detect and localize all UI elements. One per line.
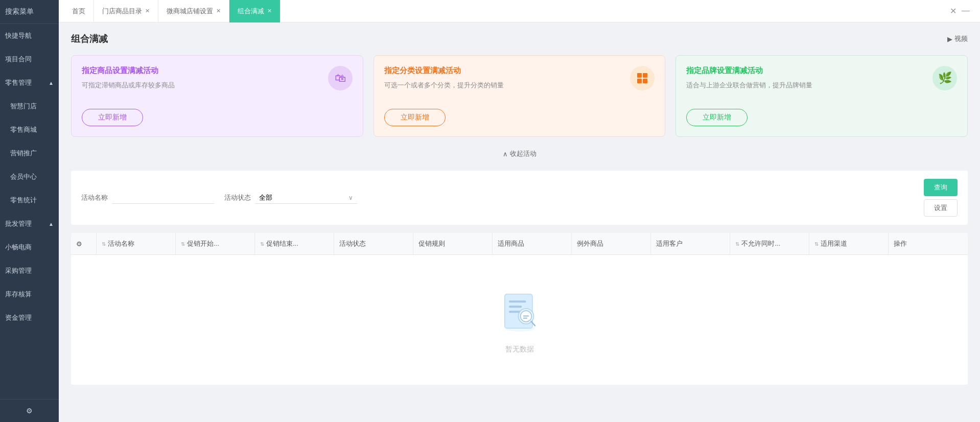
sidebar-item-retail-stats[interactable]: 零售统计 bbox=[0, 189, 59, 212]
filter-status-select[interactable]: 全部 进行中 已结束 未开始 bbox=[255, 192, 357, 204]
sidebar-item-retail-mall[interactable]: 零售商城 bbox=[0, 118, 59, 142]
th-start: ⇅ 促销开始... bbox=[176, 233, 255, 254]
content-area: 组合满减 ▶ 视频 指定商品设置满减活动 可指定滞销商品或库存较多商品 🛍 立即… bbox=[59, 22, 980, 422]
sidebar-item-purchase-mgmt[interactable]: 采购管理 bbox=[0, 259, 59, 283]
tab-wechat-shop-close[interactable]: ✕ bbox=[216, 8, 221, 14]
tab-store-catalog-close[interactable]: ✕ bbox=[145, 8, 150, 14]
window-controls: ✕ — bbox=[950, 6, 975, 16]
svg-rect-11 bbox=[523, 315, 529, 317]
filter-name-label: 活动名称 bbox=[81, 193, 108, 202]
window-minimize-btn[interactable]: — bbox=[962, 6, 970, 16]
th-start-sort-icon[interactable]: ⇅ bbox=[181, 241, 185, 247]
empty-state: 暂无数据 bbox=[71, 255, 968, 385]
gear-icon: ⚙ bbox=[26, 407, 33, 415]
th-end: ⇅ 促销结束... bbox=[255, 233, 334, 254]
settings-button[interactable]: 设置 bbox=[924, 199, 958, 217]
th-channel-sort-icon[interactable]: ⇅ bbox=[814, 241, 819, 247]
category-card: 指定分类设置满减活动 可选一个或者多个分类，提升分类的销量 立即新增 bbox=[374, 55, 666, 137]
sidebar-item-smart-store[interactable]: 智慧门店 bbox=[0, 95, 59, 118]
video-link[interactable]: ▶ 视频 bbox=[947, 34, 968, 43]
collapse-bar[interactable]: ∧ 收起活动 bbox=[71, 145, 968, 162]
product-card-title: 指定商品设置满减活动 bbox=[82, 66, 353, 76]
th-settings[interactable]: ⚙ bbox=[71, 233, 97, 254]
svg-rect-2 bbox=[637, 79, 642, 83]
cards-row: 指定商品设置满减活动 可指定滞销商品或库存较多商品 🛍 立即新增 指定分类设置满… bbox=[71, 55, 968, 137]
product-card-desc: 可指定滞销商品或库存较多商品 bbox=[82, 81, 353, 101]
empty-text: 暂无数据 bbox=[505, 345, 534, 354]
page-title: 组合满减 bbox=[71, 33, 108, 45]
sidebar-settings-btn[interactable]: ⚙ bbox=[0, 399, 59, 422]
filter-name-item: 活动名称 bbox=[81, 192, 214, 204]
th-rule: 促销规则 bbox=[413, 233, 493, 254]
th-customer: 适用客户 bbox=[651, 233, 730, 254]
category-card-title: 指定分类设置满减活动 bbox=[384, 66, 655, 76]
brand-card-icon: 🌿 bbox=[932, 66, 957, 90]
th-action: 操作 bbox=[889, 233, 968, 254]
th-name: ⇅ 活动名称 bbox=[97, 233, 176, 254]
th-end-sort-icon[interactable]: ⇅ bbox=[260, 241, 264, 247]
svg-rect-0 bbox=[637, 73, 642, 78]
sidebar-item-retail-mgmt[interactable]: 零售管理 ▲ bbox=[0, 71, 59, 95]
brand-card-desc: 适合与上游企业联合做营销，提升品牌销量 bbox=[686, 81, 957, 101]
table-header: ⚙ ⇅ 活动名称 ⇅ 促销开始... ⇅ 促销结束... 活动状态 bbox=[71, 233, 968, 255]
th-name-sort-icon[interactable]: ⇅ bbox=[102, 241, 106, 247]
retail-mgmt-arrow: ▲ bbox=[49, 80, 54, 86]
tab-wechat-shop[interactable]: 微商城店铺设置 ✕ bbox=[158, 0, 229, 22]
empty-illustration bbox=[494, 286, 545, 337]
filter-row: 活动名称 活动状态 全部 进行中 已结束 未开始 ∨ 查询 设置 bbox=[71, 171, 968, 225]
table-settings-icon: ⚙ bbox=[76, 240, 82, 248]
filter-actions: 查询 设置 bbox=[924, 179, 958, 217]
svg-rect-3 bbox=[643, 79, 647, 83]
product-card-icon: 🛍 bbox=[328, 66, 353, 90]
filter-status-item: 活动状态 全部 进行中 已结束 未开始 ∨ bbox=[224, 192, 357, 204]
sidebar-search[interactable]: 搜索菜单 bbox=[0, 0, 59, 24]
page-header: 组合满减 ▶ 视频 bbox=[71, 33, 968, 45]
category-card-icon bbox=[630, 66, 655, 90]
sidebar-item-capital-mgmt[interactable]: 资金管理 bbox=[0, 306, 59, 330]
brand-card: 指定品牌设置满减活动 适合与上游企业联合做营销，提升品牌销量 🌿 立即新增 bbox=[675, 55, 968, 137]
window-close-btn[interactable]: ✕ bbox=[950, 6, 956, 16]
sidebar-item-inventory-calc[interactable]: 库存核算 bbox=[0, 283, 59, 306]
th-no-concurrent: ⇅ 不允许同时... bbox=[730, 233, 809, 254]
filter-name-input[interactable] bbox=[112, 192, 214, 204]
query-button[interactable]: 查询 bbox=[924, 179, 958, 196]
svg-rect-7 bbox=[509, 306, 522, 308]
svg-rect-12 bbox=[523, 318, 527, 319]
svg-rect-6 bbox=[509, 300, 526, 302]
wholesale-mgmt-arrow: ▲ bbox=[49, 221, 54, 227]
brand-card-title: 指定品牌设置满减活动 bbox=[686, 66, 957, 76]
th-no-concurrent-sort-icon[interactable]: ⇅ bbox=[735, 241, 739, 247]
sidebar-item-quick-nav[interactable]: 快捷导航 bbox=[0, 24, 59, 48]
sidebar: 搜索菜单 快捷导航 项目合同 零售管理 ▲ 智慧门店 零售商城 营销推广 会员中… bbox=[0, 0, 59, 422]
th-status: 活动状态 bbox=[334, 233, 413, 254]
sidebar-item-project-contract[interactable]: 项目合同 bbox=[0, 48, 59, 71]
filter-status-label: 活动状态 bbox=[224, 193, 251, 202]
tab-bar: 首页 门店商品目录 ✕ 微商城店铺设置 ✕ 组合满减 ✕ ✕ — bbox=[59, 0, 980, 22]
category-card-btn[interactable]: 立即新增 bbox=[384, 109, 446, 126]
tab-store-catalog[interactable]: 门店商品目录 ✕ bbox=[94, 0, 158, 22]
data-table: ⚙ ⇅ 活动名称 ⇅ 促销开始... ⇅ 促销结束... 活动状态 bbox=[71, 233, 968, 385]
brand-card-btn[interactable]: 立即新增 bbox=[686, 109, 748, 126]
filter-status-wrapper: 全部 进行中 已结束 未开始 ∨ bbox=[255, 192, 357, 204]
th-exclude: 例外商品 bbox=[572, 233, 651, 254]
main-area: 首页 门店商品目录 ✕ 微商城店铺设置 ✕ 组合满减 ✕ ✕ — 组合满减 ▶ … bbox=[59, 0, 980, 422]
category-card-desc: 可选一个或者多个分类，提升分类的销量 bbox=[384, 81, 655, 101]
tab-combo-discount-close[interactable]: ✕ bbox=[267, 8, 272, 14]
th-products: 适用商品 bbox=[493, 233, 572, 254]
collapse-icon: ∧ bbox=[503, 150, 508, 158]
sidebar-item-marketing[interactable]: 营销推广 bbox=[0, 142, 59, 165]
sidebar-item-xiochang-ecom[interactable]: 小畅电商 bbox=[0, 236, 59, 259]
sidebar-item-member-center[interactable]: 会员中心 bbox=[0, 165, 59, 189]
sidebar-item-wholesale-mgmt[interactable]: 批发管理 ▲ bbox=[0, 212, 59, 236]
product-card: 指定商品设置满减活动 可指定滞销商品或库存较多商品 🛍 立即新增 bbox=[71, 55, 363, 137]
th-channel: ⇅ 适用渠道 bbox=[809, 233, 889, 254]
tab-home[interactable]: 首页 bbox=[64, 0, 94, 22]
play-icon: ▶ bbox=[947, 35, 952, 43]
collapse-label: 收起活动 bbox=[510, 149, 536, 158]
tab-combo-discount[interactable]: 组合满减 ✕ bbox=[229, 0, 281, 22]
product-card-btn[interactable]: 立即新增 bbox=[82, 109, 143, 126]
svg-rect-1 bbox=[643, 73, 647, 78]
